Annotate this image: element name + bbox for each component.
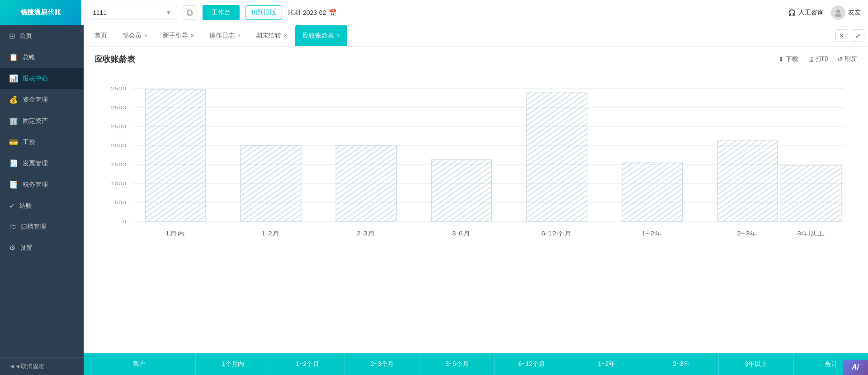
refresh-button[interactable]: ↺ 刷新 xyxy=(837,55,857,63)
settings-icon: ⚙ xyxy=(9,244,15,252)
content-area: 首页 畅会员 × 新手引导 × 操作日志 × 期末结转 × 应收账龄表 × xyxy=(84,25,868,375)
svg-text:6-12个月: 6-12个月 xyxy=(541,230,572,236)
download-icon: ⬇ xyxy=(778,56,784,63)
assets-icon: 🏢 xyxy=(9,117,18,125)
download-button[interactable]: ⬇ 下载 xyxy=(778,55,798,63)
svg-text:1月内: 1月内 xyxy=(165,230,185,236)
header-right: 🎧 人工咨询 友友 xyxy=(788,5,861,20)
user-area[interactable]: 友友 xyxy=(831,5,861,20)
cancel-pin-button[interactable]: ◄◄取消固定 xyxy=(9,362,75,370)
workbench-button[interactable]: 工作台 xyxy=(203,5,240,20)
th-3year-plus: 3年以上 xyxy=(719,353,793,375)
ai-badge[interactable]: Ai xyxy=(843,360,868,375)
consult-label: 人工咨询 xyxy=(798,9,824,17)
tab-member-label: 畅会员 xyxy=(123,32,142,40)
sidebar-item-closing[interactable]: ✓ 结账 xyxy=(0,195,84,216)
svg-text:2500: 2500 xyxy=(111,124,126,129)
sidebar-item-archive[interactable]: 🗂 归档管理 xyxy=(0,216,84,237)
tab-guide[interactable]: 新手引导 × xyxy=(156,25,201,46)
ledger-icon: 📋 xyxy=(9,53,18,61)
tab-aging[interactable]: 应收账龄表 × xyxy=(295,25,347,46)
expand-tab-button[interactable]: ⤢ xyxy=(852,29,864,42)
company-selector[interactable]: 1111 ▼ xyxy=(87,6,177,19)
tab-aging-label: 应收账龄表 xyxy=(302,32,334,40)
tab-member[interactable]: 畅会员 × xyxy=(115,25,155,46)
invoice-icon: 🧾 xyxy=(9,159,18,168)
sidebar-item-funds[interactable]: 💰 资金管理 xyxy=(0,89,84,110)
tab-home[interactable]: 首页 xyxy=(87,25,114,46)
svg-rect-32 xyxy=(717,140,778,221)
home-icon: ⊞ xyxy=(9,32,15,40)
svg-rect-26 xyxy=(431,159,492,221)
svg-point-2 xyxy=(836,9,840,13)
svg-rect-22 xyxy=(241,145,301,221)
th-1-2month: 1~2个月 xyxy=(270,353,345,375)
svg-text:1500: 1500 xyxy=(111,162,126,167)
svg-text:2-3月: 2-3月 xyxy=(356,230,375,236)
page-content: 应收账龄表 ⬇ 下载 🖨 打印 ↺ 刷新 xyxy=(84,47,868,375)
sidebar-item-ledger[interactable]: 📋 总账 xyxy=(0,47,84,68)
th-customer: 客户 xyxy=(84,353,196,375)
ai-label: Ai xyxy=(852,363,859,371)
print-icon: 🖨 xyxy=(807,56,814,63)
sidebar-item-assets[interactable]: 🏢 固定资产 xyxy=(0,110,84,131)
sidebar-item-tax[interactable]: 📑 税务管理 xyxy=(0,174,84,195)
sidebar-bottom: ◄◄取消固定 xyxy=(0,357,84,375)
tab-aging-close[interactable]: × xyxy=(337,33,340,39)
copy-button[interactable] xyxy=(183,5,197,20)
tab-oplog-close[interactable]: × xyxy=(237,33,241,39)
logo-area: 畅捷通易代账 xyxy=(0,0,81,25)
sidebar-label-funds: 资金管理 xyxy=(23,96,48,104)
close-tab-button[interactable]: ✕ xyxy=(835,29,848,42)
page-actions: ⬇ 下载 🖨 打印 ↺ 刷新 xyxy=(778,55,857,63)
refresh-label: 刷新 xyxy=(844,55,857,63)
salary-icon: 💳 xyxy=(9,138,18,146)
svg-text:1000: 1000 xyxy=(111,181,126,186)
sidebar-item-reports[interactable]: 📊 报表中心 xyxy=(0,68,84,89)
user-name: 友友 xyxy=(848,9,861,17)
svg-text:3年以上: 3年以上 xyxy=(797,230,825,236)
tab-closing[interactable]: 期末结转 × xyxy=(249,25,294,46)
tab-member-close[interactable]: × xyxy=(144,33,147,39)
top-header: 畅捷通易代账 1111 ▼ 工作台 切到旧版 账期 2023-02 📅 🎧 人工… xyxy=(0,0,868,25)
svg-text:2~3年: 2~3年 xyxy=(737,230,758,236)
user-icon xyxy=(834,8,843,17)
calendar-icon[interactable]: 📅 xyxy=(329,9,336,16)
sidebar-label-invoice: 发票管理 xyxy=(23,159,48,168)
svg-text:2000: 2000 xyxy=(111,143,126,148)
print-button[interactable]: 🖨 打印 xyxy=(807,55,828,63)
sidebar-label-assets: 固定资产 xyxy=(23,117,48,125)
refresh-icon: ↺ xyxy=(837,56,843,63)
sidebar-item-home[interactable]: ⊞ 首页 xyxy=(0,25,84,47)
svg-rect-34 xyxy=(781,165,841,221)
tab-oplog[interactable]: 操作日志 × xyxy=(202,25,248,46)
chart-area: 2500 2500 2500 2000 1500 1000 500 0 1月内 … xyxy=(84,72,868,353)
svg-text:1-2月: 1-2月 xyxy=(261,230,280,236)
sidebar-label-closing: 结账 xyxy=(19,202,32,210)
headset-icon: 🎧 xyxy=(788,9,796,16)
sidebar-item-invoice[interactable]: 🧾 发票管理 xyxy=(0,153,84,174)
switch-version-button[interactable]: 切到旧版 xyxy=(245,5,282,20)
funds-icon: 💰 xyxy=(9,95,18,104)
sidebar: ⊞ 首页 📋 总账 📊 报表中心 💰 资金管理 🏢 固定资产 💳 工资 xyxy=(0,25,84,375)
print-label: 打印 xyxy=(816,55,828,63)
main-layout: ⊞ 首页 📋 总账 📊 报表中心 💰 资金管理 🏢 固定资产 💳 工资 xyxy=(0,25,868,375)
tab-closing-close[interactable]: × xyxy=(284,33,287,39)
sidebar-label-reports: 报表中心 xyxy=(23,75,48,83)
th-2-3month: 2~3个月 xyxy=(345,353,420,375)
svg-rect-28 xyxy=(527,92,587,221)
sidebar-item-settings[interactable]: ⚙ 设置 xyxy=(0,237,84,258)
sidebar-label-settings: 设置 xyxy=(20,244,33,252)
svg-text:500: 500 xyxy=(115,200,127,205)
consult-button[interactable]: 🎧 人工咨询 xyxy=(788,9,824,17)
sidebar-item-salary[interactable]: 💳 工资 xyxy=(0,131,84,153)
tab-guide-label: 新手引导 xyxy=(163,32,188,40)
sidebar-label-tax: 税务管理 xyxy=(23,181,48,189)
copy-icon xyxy=(186,9,193,16)
tab-guide-close[interactable]: × xyxy=(191,33,194,39)
tabs-bar: 首页 畅会员 × 新手引导 × 操作日志 × 期末结转 × 应收账龄表 × xyxy=(84,25,868,47)
svg-rect-30 xyxy=(622,162,683,221)
sidebar-label-ledger: 总账 xyxy=(23,53,35,61)
tax-icon: 📑 xyxy=(9,180,18,189)
table-header: 客户 1个月内 1~2个月 2~3个月 3~6个月 6~12个月 1~2年 2~… xyxy=(84,353,868,375)
